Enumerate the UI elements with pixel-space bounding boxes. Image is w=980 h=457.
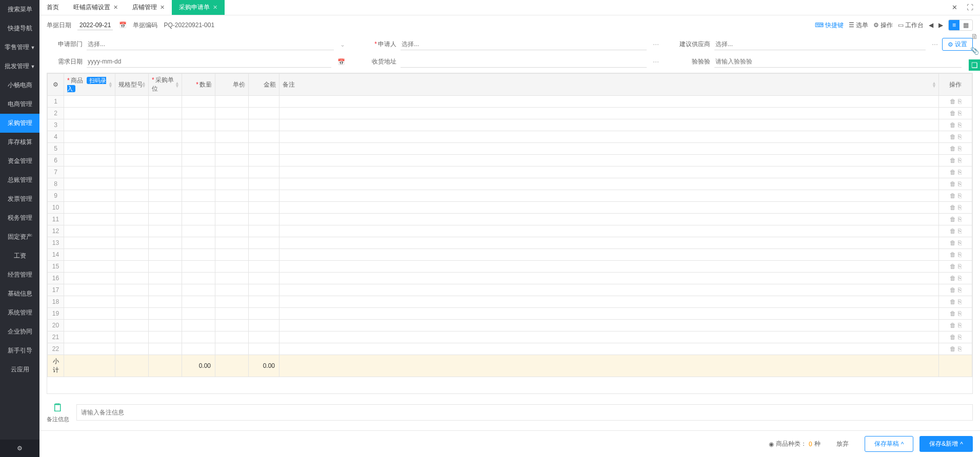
copy-icon[interactable]: ⎘ [958,192,962,199]
cell-price[interactable] [215,190,249,202]
delete-icon[interactable]: 🗑 [950,239,956,246]
cell-qty[interactable] [182,155,215,167]
cell-spec[interactable] [115,261,149,273]
select-link[interactable]: ☰选单 [849,21,868,30]
sidebar-item-16[interactable]: 系统管理 [0,303,39,322]
cell-qty[interactable] [182,214,215,225]
sidebar-item-14[interactable]: 经营管理 [0,265,39,284]
cell-product[interactable] [64,143,115,155]
delete-icon[interactable]: 🗑 [950,345,956,352]
table-row[interactable]: 3🗑⎘ [48,119,972,131]
applicant-select[interactable] [401,38,647,50]
calendar-icon[interactable]: 📅 [119,22,127,29]
cell-unit[interactable] [149,190,182,202]
sidebar-item-12[interactable]: 固定资产 [0,227,39,246]
cell-product[interactable] [64,308,115,320]
cell-unit[interactable] [149,249,182,261]
cell-amount[interactable] [249,202,279,214]
cell-product[interactable] [64,343,115,355]
cell-price[interactable] [215,119,249,131]
table-row[interactable]: 12🗑⎘ [48,225,972,237]
table-row[interactable]: 18🗑⎘ [48,296,972,308]
cell-remark[interactable] [279,320,939,331]
cell-price[interactable] [215,108,249,119]
cell-price[interactable] [215,273,249,284]
save-draft-button[interactable]: 保存草稿^ [865,436,914,452]
cell-unit[interactable] [149,225,182,237]
copy-icon[interactable]: ⎘ [958,169,962,176]
table-row[interactable]: 16🗑⎘ [48,273,972,284]
cell-remark[interactable] [279,119,939,131]
table-row[interactable]: 9🗑⎘ [48,190,972,202]
cell-amount[interactable] [249,155,279,167]
settings-button[interactable]: ⚙设置 [942,38,973,51]
cell-spec[interactable] [115,343,149,355]
delete-icon[interactable]: 🗑 [950,180,956,188]
delete-icon[interactable]: 🗑 [950,145,956,152]
cell-qty[interactable] [182,167,215,178]
copy-icon[interactable]: ⎘ [958,227,962,235]
cell-qty[interactable] [182,343,215,355]
rail-help-icon[interactable]: ❏ [969,59,980,71]
cell-amount[interactable] [249,119,279,131]
delete-icon[interactable]: 🗑 [950,322,956,329]
table-row[interactable]: 8🗑⎘ [48,178,972,190]
delete-icon[interactable]: 🗑 [950,157,956,164]
cell-product[interactable] [64,190,115,202]
table-row[interactable]: 6🗑⎘ [48,155,972,167]
cell-price[interactable] [215,225,249,237]
cell-remark[interactable] [279,308,939,320]
cell-unit[interactable] [149,178,182,190]
cell-product[interactable] [64,284,115,296]
cell-amount[interactable] [249,249,279,261]
cell-unit[interactable] [149,96,182,108]
cell-amount[interactable] [249,331,279,343]
calendar-icon[interactable]: 📅 [337,58,345,66]
more-icon[interactable]: ⋯ [653,41,659,48]
operate-link[interactable]: ⚙操作 [873,21,893,30]
cell-unit[interactable] [149,343,182,355]
sidebar-item-9[interactable]: 总账管理 [0,171,39,190]
copy-icon[interactable]: ⎘ [958,121,962,129]
rail-note-icon[interactable]: 🗎 [969,31,980,42]
cell-spec[interactable] [115,284,149,296]
cell-remark[interactable] [279,331,939,343]
cell-spec[interactable] [115,214,149,225]
col-amount[interactable]: ▲▼金额 [249,74,279,96]
view-list-icon[interactable]: ≡ [949,20,959,30]
cell-qty[interactable] [182,96,215,108]
copy-icon[interactable]: ⎘ [958,239,962,246]
col-spec[interactable]: ▲▼规格型号 [115,74,149,96]
cell-amount[interactable] [249,167,279,178]
doc-date-value[interactable]: 2022-09-21 [77,20,113,30]
delete-icon[interactable]: 🗑 [950,286,956,294]
cell-unit[interactable] [149,119,182,131]
tab-close-icon[interactable]: ✕ [213,4,217,11]
chevron-down-icon[interactable]: ⌄ [340,41,345,48]
delete-icon[interactable]: 🗑 [950,251,956,258]
close-icon[interactable]: ✕ [949,2,960,13]
sidebar-item-7[interactable]: 库存核算 [0,133,39,152]
cell-spec[interactable] [115,108,149,119]
shortcut-link[interactable]: ⌨快捷键 [815,21,844,30]
cell-price[interactable] [215,178,249,190]
cell-spec[interactable] [115,308,149,320]
sidebar-item-15[interactable]: 基础信息 [0,284,39,303]
cell-unit[interactable] [149,284,182,296]
cell-amount[interactable] [249,214,279,225]
cell-qty[interactable] [182,261,215,273]
cell-amount[interactable] [249,143,279,155]
table-row[interactable]: 1🗑⎘ [48,96,972,108]
cell-remark[interactable] [279,108,939,119]
delete-icon[interactable]: 🗑 [950,133,956,140]
cell-qty[interactable] [182,296,215,308]
delete-icon[interactable]: 🗑 [950,334,956,341]
view-grid-icon[interactable]: ▦ [959,20,972,30]
cell-remark[interactable] [279,143,939,155]
cell-remark[interactable] [279,155,939,167]
copy-icon[interactable]: ⎘ [958,251,962,258]
delete-icon[interactable]: 🗑 [950,204,956,211]
cell-remark[interactable] [279,237,939,249]
copy-icon[interactable]: ⎘ [958,98,962,105]
cell-spec[interactable] [115,249,149,261]
